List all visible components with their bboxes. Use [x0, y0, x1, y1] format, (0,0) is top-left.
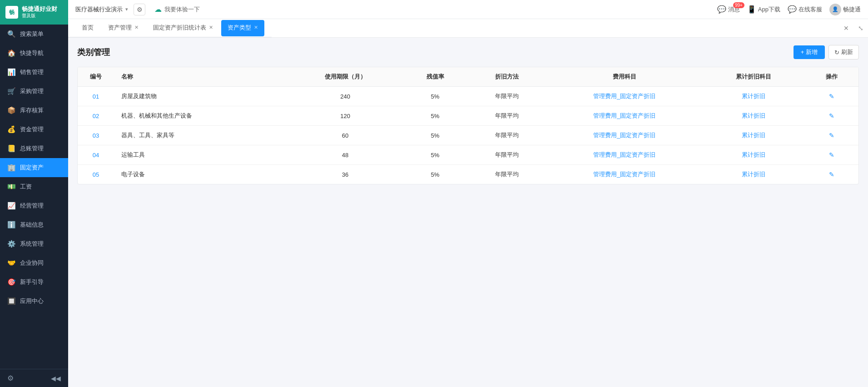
edit-icon[interactable]: ✎ [829, 93, 834, 100]
notification-count: 99+ [733, 2, 744, 8]
gear-icon: ⚙ [137, 6, 143, 13]
sidebar-item-label: 基础信息 [20, 221, 44, 229]
page-title: 类别管理 [77, 47, 110, 58]
cell-action[interactable]: ✎ [805, 126, 858, 145]
cell-action[interactable]: ✎ [805, 165, 858, 184]
service-icon: 💬 [788, 5, 797, 14]
workspace-chevron-icon: ▾ [125, 6, 128, 12]
cell-action[interactable]: ✎ [805, 87, 858, 106]
topbar: 医疗器械行业演示 ▾ ⚙ ☁ 我要体验一下 💬 消息 99+ 📱 App下载 💬… [68, 0, 868, 19]
workspace-name: 医疗器械行业演示 [75, 5, 123, 14]
collapse-icon[interactable]: ◀◀ [51, 375, 61, 382]
money-icon: 💰 [7, 125, 15, 134]
tab-close-icon[interactable]: ✕ [209, 25, 213, 30]
cell-period: 120 [288, 106, 402, 126]
user-menu[interactable]: 👤 畅捷通 [829, 4, 861, 15]
topbar-right: 💬 消息 99+ 📱 App下载 💬 在线客服 👤 畅捷通 [717, 4, 861, 15]
table-row: 01 房屋及建筑物 240 5% 年限平均 管理费用_固定资产折旧 累计折旧 ✎ [78, 87, 858, 106]
customer-service-button[interactable]: 💬 在线客服 [788, 5, 822, 14]
sidebar-item-purchase[interactable]: 🛒 采购管理 [0, 82, 68, 101]
tab-close-icon[interactable]: ✕ [134, 25, 139, 30]
sidebar-item-inventory[interactable]: 📦 库存核算 [0, 101, 68, 120]
tab-asset-type[interactable]: 资产类型 ✕ [221, 20, 264, 36]
col-header-name: 名称 [114, 67, 288, 87]
table-row: 05 电子设备 36 5% 年限平均 管理费用_固定资产折旧 累计折旧 ✎ [78, 165, 858, 184]
ledger-icon: 📒 [7, 144, 15, 153]
col-header-action: 操作 [805, 67, 858, 87]
header-actions: + 新增 ↻ 刷新 [794, 45, 859, 60]
sidebar-item-label: 工资 [20, 183, 32, 191]
tab-depreciation-stat[interactable]: 固定资产折旧统计表 ✕ [147, 20, 219, 36]
tab-depreciation-label: 固定资产折旧统计表 [153, 24, 206, 32]
page-header: 类别管理 + 新增 ↻ 刷新 [77, 45, 859, 60]
tab-home[interactable]: 首页 [75, 20, 100, 36]
info-icon: ℹ️ [7, 221, 15, 229]
search-icon: 🔍 [7, 30, 15, 38]
window-close-button[interactable]: ✕ [841, 23, 852, 34]
window-controls: ✕ ⤡ [841, 23, 868, 34]
cell-action[interactable]: ✎ [805, 145, 858, 165]
sidebar-item-app-center[interactable]: 🔲 应用中心 [0, 292, 68, 311]
notification-button[interactable]: 💬 消息 99+ [717, 5, 740, 14]
cell-method: 年限平均 [468, 145, 546, 165]
table-header: 编号 名称 使用期限（月） 残值率 折旧方法 费用科目 累计折旧科目 操作 [78, 67, 858, 87]
ops-icon: 📈 [7, 202, 15, 210]
username-label: 畅捷通 [843, 5, 861, 14]
topbar-gear-button[interactable]: ⚙ [134, 4, 145, 15]
sidebar-item-label: 固定资产 [20, 164, 44, 172]
category-table: 编号 名称 使用期限（月） 残值率 折旧方法 费用科目 累计折旧科目 操作 01… [77, 67, 859, 184]
sidebar-item-enterprise[interactable]: 🤝 企业协同 [0, 253, 68, 273]
col-header-period: 使用期限（月） [288, 67, 402, 87]
cell-expense: 管理费用_固定资产折旧 [546, 87, 703, 106]
data-table: 编号 名称 使用期限（月） 残值率 折旧方法 费用科目 累计折旧科目 操作 01… [78, 67, 858, 184]
col-header-method: 折旧方法 [468, 67, 546, 87]
cell-expense: 管理费用_固定资产折旧 [546, 106, 703, 126]
ai-experience-button[interactable]: ☁ 我要体验一下 [154, 5, 200, 14]
cell-name: 器具、工具、家具等 [114, 126, 288, 145]
cell-accum: 累计折旧 [703, 145, 804, 165]
sidebar-item-capital[interactable]: 💰 资金管理 [0, 120, 68, 139]
cell-code: 04 [78, 145, 114, 165]
edit-icon[interactable]: ✎ [829, 171, 834, 178]
app-download-button[interactable]: 📱 App下载 [747, 5, 780, 14]
tab-asset-mgmt[interactable]: 资产管理 ✕ [102, 20, 145, 36]
sidebar-item-sales[interactable]: 📊 销售管理 [0, 63, 68, 82]
cell-residual: 5% [402, 126, 468, 145]
sidebar-item-basic-info[interactable]: ℹ️ 基础信息 [0, 215, 68, 234]
sidebar-item-label: 快捷导航 [20, 49, 44, 57]
edit-icon[interactable]: ✎ [829, 112, 834, 119]
sidebar-item-fixed-assets[interactable]: 🏢 固定资产 [0, 158, 68, 177]
cell-residual: 5% [402, 106, 468, 126]
sidebar-item-quick-nav[interactable]: 🏠 快捷导航 [0, 44, 68, 63]
sidebar-item-guide[interactable]: 🎯 新手引导 [0, 273, 68, 292]
sidebar: 畅 畅捷通好业财 普及版 🔍 搜索菜单 🏠 快捷导航 📊 销售管理 🛒 采购管理… [0, 0, 68, 387]
sidebar-item-payroll[interactable]: 💵 工资 [0, 177, 68, 196]
cell-accum: 累计折旧 [703, 106, 804, 126]
cell-action[interactable]: ✎ [805, 106, 858, 126]
cell-code: 01 [78, 87, 114, 106]
sidebar-item-ledger[interactable]: 📒 总账管理 [0, 139, 68, 158]
sidebar-item-search[interactable]: 🔍 搜索菜单 [0, 25, 68, 44]
tab-close-icon[interactable]: ✕ [254, 25, 258, 30]
window-expand-button[interactable]: ⤡ [855, 23, 866, 34]
edit-icon[interactable]: ✎ [829, 132, 834, 139]
sidebar-item-system[interactable]: ⚙️ 系统管理 [0, 234, 68, 253]
refresh-button[interactable]: ↻ 刷新 [828, 45, 859, 60]
cell-code: 02 [78, 106, 114, 126]
sidebar-item-label: 企业协同 [20, 259, 44, 267]
settings-icon[interactable]: ⚙ [7, 374, 14, 382]
workspace-selector[interactable]: 医疗器械行业演示 ▾ [75, 5, 128, 14]
cell-code: 05 [78, 165, 114, 184]
edit-icon[interactable]: ✎ [829, 151, 834, 159]
new-button[interactable]: + 新增 [794, 45, 825, 59]
sidebar-item-operations[interactable]: 📈 经营管理 [0, 196, 68, 215]
logo-icon: 畅 [5, 6, 18, 19]
cell-accum: 累计折旧 [703, 165, 804, 184]
tabs-bar-wrapper: 首页 资产管理 ✕ 固定资产折旧统计表 ✕ 资产类型 ✕ ✕ ⤡ [68, 19, 868, 38]
logo-title: 畅捷通好业财 [22, 5, 57, 13]
cell-residual: 5% [402, 87, 468, 106]
cell-expense: 管理费用_固定资产折旧 [546, 165, 703, 184]
tab-asset-type-label: 资产类型 [228, 24, 251, 32]
sidebar-item-label: 销售管理 [20, 68, 44, 76]
cell-expense: 管理费用_固定资产折旧 [546, 145, 703, 165]
